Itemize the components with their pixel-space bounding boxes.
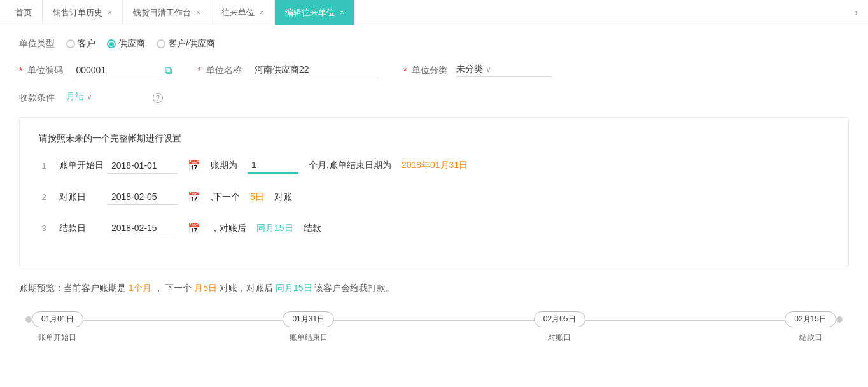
payment-cond-row: 收款条件 月结 ∨ ?: [19, 91, 849, 104]
tab-partners-label: 往来单位: [221, 7, 255, 18]
radio-supplier[interactable]: 供应商: [107, 38, 145, 50]
timeline-left-dot: [25, 316, 32, 323]
recon-highlight: 5日: [250, 192, 264, 203]
payment-cond-label: 收款条件: [19, 92, 55, 104]
preview-text: 账期预览：当前客户账期是 1个月 ， 下一个 月5日 对账，对账后 同月15日 …: [19, 280, 849, 296]
unit-code-input[interactable]: [72, 62, 161, 78]
tab-home[interactable]: 首页: [5, 0, 43, 25]
unit-name-input[interactable]: [251, 62, 378, 78]
preview-prefix: 账期预览：当前客户账期是: [19, 283, 126, 293]
setting-row-3: 3 结款日 📅 ，对账后 同月15日 结款: [39, 220, 829, 236]
radio-circle-supplier: [107, 39, 116, 48]
timeline-node-2: 01月31日 账单结束日: [283, 311, 334, 343]
start-date-input[interactable]: [108, 158, 178, 174]
unit-classify-value: 未分类: [456, 64, 483, 75]
calendar-icon-3[interactable]: 📅: [188, 222, 200, 234]
period-label: 账期为: [211, 160, 237, 171]
radio-circle-customer: [66, 39, 75, 48]
chevron-down-icon: ∨: [486, 65, 491, 74]
radio-circle-both: [157, 39, 165, 48]
unit-classify-label: 单位分类: [412, 65, 447, 76]
close-icon[interactable]: ×: [260, 8, 264, 17]
timeline-bubble-3: 02月05日: [534, 311, 585, 327]
preview-payment-day: 同月15日: [276, 283, 312, 293]
tabs-arrow[interactable]: ›: [850, 7, 863, 18]
tab-sales-history[interactable]: 销售订单历史 ×: [43, 0, 123, 25]
section-title: 请按照未来的一个完整帐期进行设置: [39, 133, 829, 144]
timeline-node-3: 02月05日 对账日: [534, 311, 585, 343]
row-type-1: 账单开始日: [59, 160, 97, 171]
unit-type-label: 单位类型: [19, 38, 55, 50]
tab-cash-work-label: 钱货日清工作台: [133, 7, 191, 18]
required-star-classify: *: [403, 66, 407, 76]
tabs-bar: 首页 销售订单历史 × 钱货日清工作台 × 往来单位 × 编辑往来单位 × ›: [0, 0, 868, 25]
payment-highlight: 同月15日: [256, 223, 293, 234]
help-icon[interactable]: ?: [153, 93, 163, 103]
tab-home-label: 首页: [15, 7, 32, 18]
tab-edit-partner[interactable]: 编辑往来单位 ×: [275, 0, 355, 25]
tab-partners[interactable]: 往来单位 ×: [211, 0, 275, 25]
chevron-down-icon: ∨: [87, 92, 92, 101]
timeline-node-1: 01月01日 账单开始日: [32, 311, 83, 343]
timeline-bubble-2: 01月31日: [283, 311, 334, 327]
required-star-code: *: [19, 66, 22, 76]
radio-group-unit-type: 客户 供应商 客户/供应商: [66, 38, 215, 50]
tab-edit-partner-label: 编辑往来单位: [285, 7, 335, 18]
radio-customer[interactable]: 客户: [66, 38, 95, 50]
unit-name-label: 单位名称: [206, 65, 242, 76]
radio-both[interactable]: 客户/供应商: [157, 38, 215, 50]
timeline-bubble-4: 02月15日: [785, 311, 836, 327]
setting-row-1: 1 账单开始日 📅 账期为 个月,账单结束日期为 2018年01月31日: [39, 157, 829, 174]
timeline-right-dot: [836, 316, 843, 323]
timeline-container: 01月01日 账单开始日 01月31日 账单结束日 02月05日 对账日 02月…: [19, 311, 849, 343]
row-type-3: 结款日: [59, 223, 97, 234]
row-num-1: 1: [39, 161, 49, 171]
timeline-node-4: 02月15日 结款日: [785, 311, 836, 343]
preview-recon-suffix: 对账，对账后: [220, 283, 273, 293]
required-star-name: *: [197, 66, 200, 76]
row-num-2: 2: [39, 192, 49, 202]
recon-prefix: ,下一个: [211, 192, 240, 203]
payment-suffix: 结款: [304, 223, 321, 234]
calendar-icon-2[interactable]: 📅: [188, 191, 200, 203]
tab-cash-work[interactable]: 钱货日清工作台 ×: [123, 0, 211, 25]
radio-supplier-label: 供应商: [118, 38, 145, 50]
unit-classify-field: * 单位分类 未分类 ∨: [403, 64, 552, 77]
payment-cond-value: 月结: [66, 91, 84, 102]
timeline-label-2: 账单结束日: [290, 332, 328, 343]
period-setting-section: 请按照未来的一个完整帐期进行设置 1 账单开始日 📅 账期为 个月,账单结束日期…: [19, 117, 849, 267]
tab-sales-history-label: 销售订单历史: [53, 7, 102, 18]
preview-sep1: ，: [154, 283, 163, 293]
recon-date-input[interactable]: [108, 189, 178, 205]
unit-code-field: * 单位编码 ⧉: [19, 62, 172, 78]
timeline-label-4: 结款日: [799, 332, 822, 343]
recon-suffix: 对账: [274, 192, 292, 203]
close-icon[interactable]: ×: [108, 8, 112, 17]
row-type-2: 对账日: [59, 192, 97, 203]
payment-date-input[interactable]: [108, 220, 178, 236]
preview-months: 1个月: [129, 283, 151, 293]
period-suffix: 个月,账单结束日期为: [309, 160, 391, 171]
timeline-label-3: 对账日: [548, 332, 571, 343]
setting-row-2: 2 对账日 📅 ,下一个 5日 对账: [39, 189, 829, 205]
close-icon[interactable]: ×: [196, 8, 200, 17]
payment-cond-dropdown[interactable]: 月结 ∨: [66, 91, 143, 104]
period-value-input[interactable]: [248, 157, 298, 174]
period-end-date: 2018年01月31日: [402, 160, 468, 171]
close-icon[interactable]: ×: [340, 8, 344, 17]
main-content: 单位类型 客户 供应商 客户/供应商 * 单位编码 ⧉ *: [0, 25, 868, 387]
preview-recon-prefix: 下一个: [165, 283, 192, 293]
copy-icon[interactable]: ⧉: [165, 65, 172, 76]
preview-end: 该客户会给我打款。: [314, 283, 395, 293]
unit-classify-dropdown[interactable]: 未分类 ∨: [456, 64, 552, 77]
calendar-icon-1[interactable]: 📅: [188, 160, 200, 172]
unit-code-label: 单位编码: [27, 65, 63, 76]
preview-recon-day: 月5日: [194, 283, 217, 293]
payment-prefix: ，对账后: [211, 223, 246, 234]
unit-type-row: 单位类型 客户 供应商 客户/供应商: [19, 38, 849, 50]
row-num-3: 3: [39, 223, 49, 233]
radio-both-label: 客户/供应商: [168, 38, 215, 50]
timeline-label-1: 账单开始日: [38, 332, 76, 343]
timeline-bubble-1: 01月01日: [32, 311, 83, 327]
code-name-classify-row: * 单位编码 ⧉ * 单位名称 * 单位分类 未分类 ∨: [19, 62, 849, 78]
